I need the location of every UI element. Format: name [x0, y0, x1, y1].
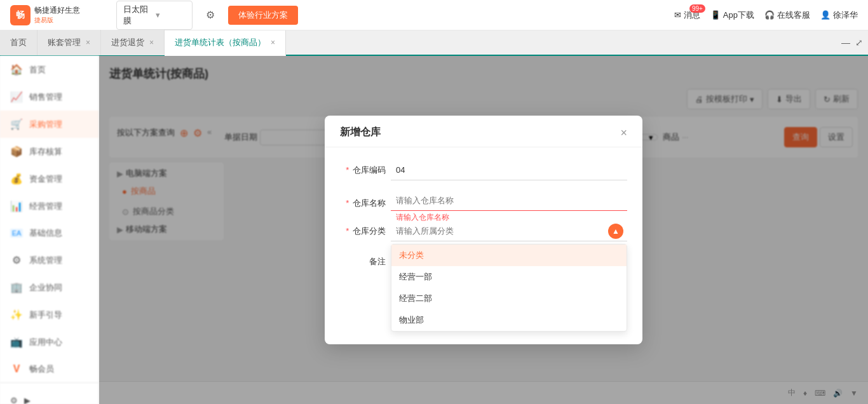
category-field-row: * 仓库分类 ▲ 未分类 经营一部 经营二部 物业部	[340, 221, 627, 241]
sidebar-item-app-center[interactable]: 📺 应用中心	[0, 328, 98, 356]
tab-home[interactable]: 首页	[0, 30, 37, 55]
sidebar-item-operations[interactable]: 📊 经营管理	[0, 192, 98, 220]
name-field-row: * 仓库名称 请输入仓库名称	[340, 191, 627, 211]
dialog-overlay: 新增仓库 × * 仓库编码	[99, 56, 868, 404]
tab-account[interactable]: 账套管理 ×	[37, 30, 101, 55]
sidebar-item-home[interactable]: 🏠 首页	[0, 56, 98, 83]
guide-icon: ✨	[10, 309, 23, 321]
messages-badge: 99+	[689, 4, 705, 13]
tab-purchase-stats[interactable]: 进货单统计表（按商品） ×	[165, 30, 286, 56]
sidebar-item-inventory[interactable]: 📦 库存核算	[0, 138, 98, 165]
content-area: 进货单统计(按商品) 🖨 按模板打印 ▾ ⬇ 导出 ↻ 刷新	[99, 56, 868, 404]
sidebar-bottom: ⚙ ▶	[0, 382, 98, 404]
logo-text: 畅捷通好生意 捷易版	[34, 6, 80, 24]
sidebar-item-enterprise[interactable]: 🏢 企业协同	[0, 274, 98, 301]
tab-maximize-icon[interactable]: ⤢	[855, 37, 863, 48]
system-icon: ⚙	[10, 254, 23, 266]
user-avatar: 👤	[820, 10, 831, 20]
tab-minimize-icon[interactable]: —	[841, 37, 850, 48]
dropdown-item-property[interactable]: 物业部	[391, 309, 627, 331]
sidebar-item-finance[interactable]: 💰 资金管理	[0, 165, 98, 192]
inventory-icon: 📦	[10, 145, 23, 158]
tab-purchase-return[interactable]: 进货退货 ×	[101, 30, 165, 55]
name-label: * 仓库名称	[340, 193, 391, 209]
tab-controls: — ⤢	[836, 37, 868, 48]
user-menu-btn[interactable]: 👤 徐泽华	[820, 10, 858, 21]
tab-close-stats[interactable]: ×	[271, 38, 275, 47]
header-right: ✉ 消息 99+ 📱 App下载 🎧 在线客服 👤 徐泽华	[674, 10, 858, 21]
category-label: * 仓库分类	[340, 221, 391, 237]
basic-info-icon: EA	[10, 229, 23, 238]
sidebar-arrow-icon: ▶	[24, 396, 31, 404]
sidebar-item-purchase[interactable]: 🛒 采购管理	[0, 111, 98, 138]
app-download-btn[interactable]: 📱 App下载	[710, 10, 754, 21]
operations-icon: 📊	[10, 200, 23, 212]
home-icon: 🏠	[10, 64, 23, 76]
note-label: 备注	[340, 252, 391, 267]
finance-icon: 💰	[10, 173, 23, 185]
logo-area: 畅 畅捷通好生意 捷易版	[10, 5, 109, 25]
category-required-star: *	[346, 226, 349, 236]
app-center-icon: 📺	[10, 336, 23, 348]
headset-icon: 🎧	[764, 10, 775, 20]
name-input[interactable]	[391, 191, 627, 211]
dialog-header: 新增仓库 ×	[325, 116, 642, 147]
sidebar-item-basic-info[interactable]: EA 基础信息	[0, 220, 98, 246]
enterprise-icon: 🏢	[10, 281, 23, 293]
category-input[interactable]	[391, 221, 627, 241]
store-selector[interactable]: 日太阳膜 ▾	[116, 1, 193, 30]
online-service-btn[interactable]: 🎧 在线客服	[764, 10, 810, 21]
main-layout: 🏠 首页 📈 销售管理 🛒 采购管理 📦 库存核算 💰 资金管理 📊 经营管理 …	[0, 56, 868, 404]
code-label: * 仓库编码	[340, 160, 391, 176]
sidebar: 🏠 首页 📈 销售管理 🛒 采购管理 📦 库存核算 💰 资金管理 📊 经营管理 …	[0, 56, 99, 404]
code-required-star: *	[346, 165, 349, 175]
category-select-wrap: ▲ 未分类 经营一部 经营二部 物业部	[391, 221, 627, 241]
sales-icon: 📈	[10, 91, 23, 103]
settings-bottom-icon: ⚙	[10, 396, 18, 404]
phone-icon: 📱	[710, 10, 721, 20]
purchase-icon: 🛒	[10, 118, 23, 130]
message-icon: ✉	[674, 10, 681, 20]
trial-button[interactable]: 体验行业方案	[228, 6, 298, 25]
sidebar-item-system[interactable]: ⚙ 系统管理	[0, 246, 98, 274]
tab-bar: 首页 账套管理 × 进货退货 × 进货单统计表（按商品） × — ⤢	[0, 30, 868, 56]
logo-icon: 畅	[10, 5, 31, 25]
dialog-body: * 仓库编码 * 仓库名称	[325, 147, 642, 290]
code-input[interactable]	[391, 160, 627, 180]
category-dropdown: 未分类 经营一部 经营二部 物业部	[391, 244, 627, 332]
sidebar-item-guide[interactable]: ✨ 新手引导	[0, 301, 98, 328]
new-warehouse-dialog: 新增仓库 × * 仓库编码	[325, 116, 642, 344]
store-dropdown-arrow: ▾	[156, 10, 186, 20]
dialog-close-btn[interactable]: ×	[620, 127, 627, 138]
tab-close-account[interactable]: ×	[86, 38, 90, 47]
tab-close-return[interactable]: ×	[149, 38, 154, 47]
code-field-row: * 仓库编码	[340, 160, 627, 180]
sidebar-item-sales[interactable]: 📈 销售管理	[0, 83, 98, 111]
category-toggle-icon[interactable]: ▲	[608, 224, 623, 239]
dropdown-item-unclassified[interactable]: 未分类	[391, 245, 627, 266]
top-header: 畅 畅捷通好生意 捷易版 日太阳膜 ▾ ⚙ 体验行业方案 ✉ 消息 99+ 📱 …	[0, 0, 868, 30]
vip-icon: V	[10, 363, 23, 375]
sidebar-settings-btn[interactable]: ⚙ ▶	[0, 388, 98, 404]
sidebar-item-vip[interactable]: V 畅会员	[0, 356, 98, 382]
dropdown-item-dept2[interactable]: 经营二部	[391, 288, 627, 309]
settings-icon[interactable]: ⚙	[200, 5, 220, 25]
dialog-title: 新增仓库	[340, 126, 381, 139]
dropdown-item-dept1[interactable]: 经营一部	[391, 266, 627, 288]
messages-btn[interactable]: ✉ 消息 99+	[674, 10, 700, 21]
name-required-star: *	[346, 198, 349, 208]
